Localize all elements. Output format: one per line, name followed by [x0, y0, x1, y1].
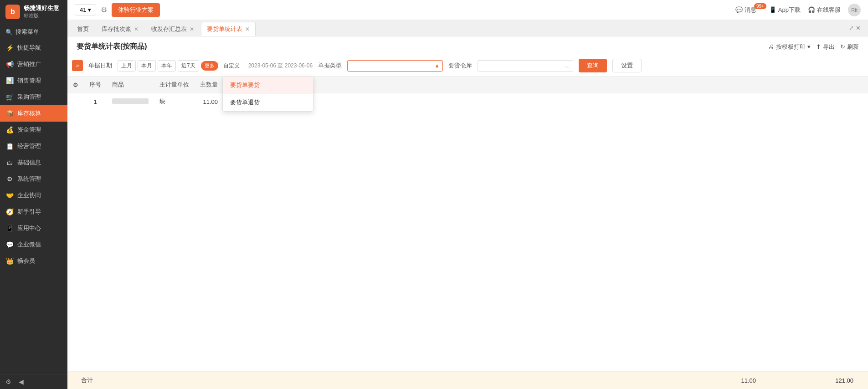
table-body: 1 块 11.00 121.00 [67, 93, 868, 110]
sidebar-item-collab[interactable]: 🤝 企业协同 [0, 187, 67, 204]
dropdown-item-requisition-order[interactable]: 要货单要货 [223, 77, 313, 94]
sidebar-item-label: 畅会员 [17, 257, 35, 265]
sidebar-item-label: 系统管理 [17, 175, 41, 183]
logo-sub: 标准版 [24, 12, 59, 19]
filter-expand-btn[interactable]: » [72, 60, 83, 71]
th-unit: 主计量单位 [154, 77, 195, 93]
date-btn-7days[interactable]: 近7天 [178, 60, 199, 72]
page-content: 要货单统计表(按商品) 🖨 按模板打印 ▾ ⬆ 导出 ↻ 刷新 [67, 36, 868, 389]
printer-icon: 🖨 [768, 43, 774, 50]
online-service-item[interactable]: 🎧 在线客服 [808, 6, 841, 14]
type-input-wrap: ▲ [347, 60, 443, 72]
industry-btn[interactable]: 体验行业方案 [112, 3, 160, 17]
sidebar-item-label: 经营管理 [17, 142, 41, 150]
export-label: 导出 [823, 43, 835, 51]
message-item[interactable]: 💬 消息 99+ [735, 6, 762, 14]
tab-home[interactable]: 首页 [71, 22, 95, 36]
print-template-action[interactable]: 🖨 按模板打印 ▾ [768, 43, 811, 51]
sidebar-item-inventory[interactable]: 📦 库存核算 [0, 105, 67, 122]
sidebar-item-wechat[interactable]: 💬 企业微信 [0, 236, 67, 253]
logo-text: 畅捷通好生意 标准版 [24, 5, 59, 19]
type-label: 单据类型 [318, 61, 342, 70]
tab-close-all-icon[interactable]: ✕ [856, 25, 861, 31]
warehouse-input[interactable] [478, 61, 562, 71]
td-settings [67, 93, 84, 110]
user-avatar-item[interactable]: Rit [848, 4, 861, 16]
tab-batch-account[interactable]: 库存批次账 ✕ [96, 22, 144, 36]
tab-home-label: 首页 [77, 25, 89, 33]
type-dropdown-arrow[interactable]: ▲ [431, 62, 442, 69]
message-badge: 99+ [754, 3, 766, 9]
app-download-label: App下载 [778, 6, 801, 14]
page-header: 要货单统计表(按商品) 🖨 按模板打印 ▾ ⬆ 导出 ↻ 刷新 [67, 36, 868, 55]
th-seq: 序号 [84, 77, 107, 93]
tab-maximize-icon[interactable]: ⤢ [849, 25, 854, 31]
type-input[interactable] [348, 61, 431, 71]
chevron-down-icon: ▾ [88, 6, 91, 13]
sidebar-nav: ⚡ 快捷导航 📢 营销推广 📊 销售管理 🛒 采购管理 📦 库存核算 💰 资金管… [0, 40, 67, 374]
app-download-icon: 📱 [769, 6, 776, 13]
system-icon: ⚙ [5, 175, 14, 183]
message-icon: 💬 [735, 6, 743, 13]
sidebar-item-system[interactable]: ⚙ 系统管理 [0, 171, 67, 187]
app-download-item[interactable]: 📱 App下载 [769, 6, 801, 14]
date-btn-more[interactable]: 更多 [201, 61, 218, 71]
filter-bar: » 单据日期 上月 本月 本年 近7天 更多 自定义 2023-05-06 至 … [67, 55, 868, 77]
sidebar-item-operation[interactable]: 📋 经营管理 [0, 138, 67, 154]
company-selector-value: 41 [80, 6, 86, 13]
export-action[interactable]: ⬆ 导出 [816, 43, 835, 51]
tab-requisition-stat[interactable]: 要货单统计表 ✕ [201, 22, 256, 36]
th-extra [258, 77, 868, 93]
settings-bottom-icon[interactable]: ⚙ [5, 378, 11, 385]
topbar: 41 ▾ ⚙ 体验行业方案 💬 消息 99+ 📱 App下载 🎧 在线客服 [67, 0, 868, 20]
warehouse-more-icon[interactable]: … [562, 62, 573, 69]
query-btn[interactable]: 查询 [579, 59, 607, 72]
tab-recv-send-close[interactable]: ✕ [190, 26, 194, 32]
sidebar-item-quick-nav[interactable]: ⚡ 快捷导航 [0, 40, 67, 56]
refresh-action[interactable]: ↻ 刷新 [840, 43, 859, 51]
sidebar-item-finance[interactable]: 💰 资金管理 [0, 122, 67, 138]
tab-batch-account-close[interactable]: ✕ [134, 26, 139, 32]
finance-icon: 💰 [5, 126, 14, 134]
sidebar-item-appstore[interactable]: 📱 应用中心 [0, 220, 67, 236]
sidebar-item-label: 企业微信 [17, 241, 41, 249]
tab-recv-send[interactable]: 收发存汇总表 ✕ [145, 22, 200, 36]
date-btn-last-month[interactable]: 上月 [118, 60, 136, 72]
sidebar-item-basic[interactable]: 🗂 基础信息 [0, 154, 67, 171]
type-dropdown-menu: 要货单要货 要货单退货 [222, 76, 313, 112]
settings-btn[interactable]: 设置 [612, 59, 642, 72]
td-qty: 11.00 [195, 93, 223, 110]
sidebar-item-purchase[interactable]: 🛒 采购管理 [0, 89, 67, 105]
company-selector[interactable]: 41 ▾ [75, 4, 96, 15]
basic-icon: 🗂 [5, 159, 14, 167]
dropdown-item-requisition-return[interactable]: 要货单退货 [223, 94, 313, 111]
th-settings[interactable]: ⚙ [67, 77, 84, 93]
sidebar-logo: b 畅捷通好生意 标准版 [0, 0, 67, 24]
sidebar-item-label: 企业协同 [17, 191, 41, 200]
topbar-gear-icon[interactable]: ⚙ [101, 5, 107, 14]
footer-amount: 121.00 [803, 377, 853, 384]
th-product: 商品 [107, 77, 154, 93]
sidebar-search[interactable]: 🔍 搜索菜单 [0, 24, 67, 40]
date-label: 单据日期 [88, 61, 112, 70]
date-btn-custom[interactable]: 自定义 [220, 61, 243, 71]
collapse-icon[interactable]: ◀ [19, 378, 24, 385]
sidebar-item-guide[interactable]: 🧭 新手引导 [0, 204, 67, 220]
sidebar-item-member[interactable]: 👑 畅会员 [0, 253, 67, 269]
date-btn-this-month[interactable]: 本月 [138, 60, 156, 72]
sidebar-item-label: 新手引导 [17, 208, 41, 216]
operation-icon: 📋 [5, 142, 14, 150]
tab-requisition-stat-close[interactable]: ✕ [245, 26, 250, 32]
date-btn-this-year[interactable]: 本年 [158, 60, 176, 72]
warehouse-input-wrap: … [478, 60, 573, 72]
data-table: ⚙ 序号 商品 主计量单位 主数量 零售金额 1 [67, 77, 868, 110]
sidebar-item-label: 资金管理 [17, 126, 41, 134]
logo-icon: b [5, 5, 20, 19]
sidebar-item-label: 基础信息 [17, 159, 41, 167]
print-template-label: 按模板打印 [776, 43, 806, 51]
print-chevron-icon: ▾ [807, 43, 811, 50]
sidebar-search-label: 搜索菜单 [15, 28, 39, 36]
sidebar-item-marketing[interactable]: 📢 营销推广 [0, 56, 67, 72]
sidebar-item-sales[interactable]: 📊 销售管理 [0, 72, 67, 89]
dropdown-item-label: 要货单要货 [230, 82, 260, 88]
